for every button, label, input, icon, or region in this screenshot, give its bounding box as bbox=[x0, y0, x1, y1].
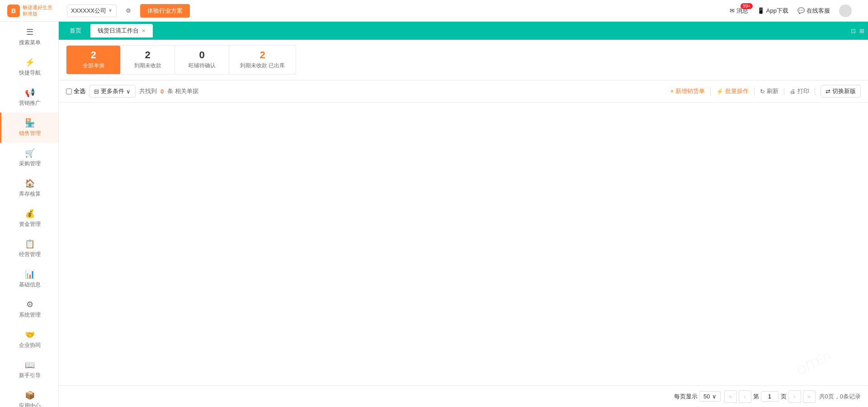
per-page-label: 每页显示 bbox=[674, 393, 698, 401]
trial-btn[interactable]: 体验行业方案 bbox=[140, 4, 190, 18]
per-page-value: 50 bbox=[703, 393, 710, 400]
operations-mgmt-icon: 📋 bbox=[25, 239, 35, 249]
tab-cash-goods-label: 钱货日清工作台 bbox=[98, 27, 139, 35]
select-all-checkbox[interactable]: 全选 bbox=[66, 87, 85, 95]
sidebar-item-label: 系统管理 bbox=[19, 311, 41, 319]
avatar[interactable] bbox=[839, 5, 852, 17]
sidebar-item-label: 企业协同 bbox=[19, 342, 41, 349]
sidebar: ☰ 搜索菜单 ⚡ 快捷导航 📢 营销推广 🏪 销售管理 🛒 采购管理 🏠 库存核… bbox=[0, 22, 59, 407]
beginner-guide-icon: 📖 bbox=[25, 360, 35, 370]
prev-page-btn[interactable]: ‹ bbox=[739, 390, 751, 403]
sidebar-item-operations-mgmt[interactable]: 📋 经营管理 bbox=[0, 234, 58, 264]
system-mgmt-icon: ⚙ bbox=[26, 299, 33, 309]
sidebar-item-sales-mgmt[interactable]: 🏪 销售管理 bbox=[0, 112, 58, 143]
batch-icon: ⚡ bbox=[716, 88, 723, 95]
sidebar-item-enterprise-coop[interactable]: 🤝 企业协同 bbox=[0, 324, 58, 355]
batch-action-btn[interactable]: ⚡ 批量操作 bbox=[716, 87, 749, 95]
header-right: ✉ 消息 99+ 📱 App下载 💬 在线客服 bbox=[730, 5, 861, 17]
sidebar-item-label: 采购管理 bbox=[19, 160, 41, 168]
sidebar-item-label: 营销推广 bbox=[19, 99, 41, 107]
sidebar-item-system-mgmt[interactable]: ⚙ 系统管理 bbox=[0, 294, 58, 324]
app-download-icon: 📱 bbox=[757, 7, 764, 14]
inventory-icon: 🏠 bbox=[25, 178, 35, 188]
window-maximize-icon[interactable]: ⊞ bbox=[859, 28, 864, 34]
company-selector[interactable]: XXXXXX公司 ▼ bbox=[67, 5, 117, 17]
stat-wangdian-count: 0 bbox=[186, 49, 218, 61]
switch-version-btn[interactable]: ⇄ 切换新版 bbox=[821, 85, 861, 98]
refresh-icon: ↻ bbox=[760, 88, 765, 95]
first-page-btn[interactable]: « bbox=[724, 390, 737, 403]
sidebar-item-label: 快捷导航 bbox=[19, 69, 41, 77]
tab-bar: 首页 钱货日清工作台 ✕ ⊡ ⊞ bbox=[59, 22, 868, 40]
app-center-icon: 📦 bbox=[25, 390, 35, 400]
capital-mgmt-icon: 💰 bbox=[25, 209, 35, 219]
last-page-btn[interactable]: » bbox=[803, 390, 816, 403]
sidebar-item-purchase-mgmt[interactable]: 🛒 采购管理 bbox=[0, 143, 58, 173]
tab-home-label: 首页 bbox=[70, 27, 81, 35]
page-end-label: 页 bbox=[781, 393, 787, 401]
found-unit: 条 相关单据 bbox=[167, 87, 198, 95]
print-btn[interactable]: 🖨 打印 bbox=[790, 87, 809, 95]
stat-all-label: 全部单据 bbox=[77, 62, 109, 70]
stat-tab-overdue-unshipped[interactable]: 2 到期未收款 已出库 bbox=[229, 46, 296, 74]
stat-unshipped-count: 2 bbox=[240, 49, 285, 61]
total-records-label: 共0页，0条记录 bbox=[819, 393, 861, 401]
switch-icon: ⇄ bbox=[826, 88, 830, 95]
sidebar-item-beginner-guide[interactable]: 📖 新手引导 bbox=[0, 355, 58, 385]
filter-icon: ⊟ bbox=[94, 88, 99, 95]
print-icon: 🖨 bbox=[790, 88, 796, 95]
toolbar: 全选 ⊟ 更多条件 ∨ 共找到 0 条 相关单据 + 新增销货单 ⚡ bbox=[59, 80, 868, 103]
tab-home[interactable]: 首页 bbox=[62, 24, 89, 37]
stat-tab-overdue-unpaid[interactable]: 2 到期未收款 bbox=[121, 46, 175, 74]
stat-overdue-count: 2 bbox=[132, 49, 164, 61]
sidebar-item-label: 资金管理 bbox=[19, 220, 41, 228]
toolbar-right: + 新增销货单 ⚡ 批量操作 ↻ 刷新 🖨 打印 bbox=[670, 85, 861, 98]
content-area: 首页 钱货日清工作台 ✕ ⊡ ⊞ 2 全部单据 bbox=[59, 22, 868, 407]
main-layout: ☰ 搜索菜单 ⚡ 快捷导航 📢 营销推广 🏪 销售管理 🛒 采购管理 🏠 库存核… bbox=[0, 22, 868, 407]
quick-nav-icon: ⚡ bbox=[25, 57, 35, 67]
message-action[interactable]: ✉ 消息 99+ bbox=[730, 7, 748, 15]
enterprise-coop-icon: 🤝 bbox=[25, 330, 35, 340]
next-page-btn[interactable]: › bbox=[788, 390, 801, 403]
app-download-label: App下载 bbox=[766, 7, 788, 15]
window-restore-icon[interactable]: ⊡ bbox=[851, 28, 856, 34]
sidebar-item-app-center[interactable]: 📦 应用中心 bbox=[0, 385, 58, 407]
logo-icon: B bbox=[7, 5, 20, 17]
tab-close-icon[interactable]: ✕ bbox=[142, 28, 146, 34]
tab-cash-goods[interactable]: 钱货日清工作台 ✕ bbox=[90, 24, 153, 37]
refresh-label: 刷新 bbox=[767, 87, 778, 95]
per-page-select[interactable]: 50 ∨ bbox=[699, 391, 720, 402]
settings-icon[interactable]: ⚙ bbox=[122, 5, 135, 17]
stat-tab-all[interactable]: 2 全部单据 bbox=[66, 46, 121, 74]
stat-all-count: 2 bbox=[77, 49, 109, 61]
sidebar-item-quick-nav[interactable]: ⚡ 快捷导航 bbox=[0, 52, 58, 82]
sidebar-item-label: 搜索菜单 bbox=[19, 39, 41, 47]
online-service-action[interactable]: 💬 在线客服 bbox=[797, 7, 830, 15]
page-size-selector: 每页显示 50 ∨ bbox=[674, 391, 720, 402]
per-page-arrow-icon: ∨ bbox=[712, 393, 717, 400]
toolbar-divider-4 bbox=[815, 88, 815, 95]
refresh-btn[interactable]: ↻ 刷新 bbox=[760, 87, 778, 95]
switch-label: 切换新版 bbox=[832, 87, 856, 95]
toolbar-divider-2 bbox=[754, 88, 755, 95]
sidebar-item-basic-info[interactable]: 📊 基础信息 bbox=[0, 264, 58, 294]
sidebar-item-marketing[interactable]: 📢 营销推广 bbox=[0, 82, 58, 112]
logo-text: 畅捷通好生意 标准版 bbox=[23, 5, 52, 16]
page-input[interactable] bbox=[761, 391, 779, 402]
sidebar-item-inventory[interactable]: 🏠 库存核算 bbox=[0, 173, 58, 203]
app-download-action[interactable]: 📱 App下载 bbox=[757, 7, 788, 15]
sidebar-item-label: 经营管理 bbox=[19, 251, 41, 258]
filter-label: 更多条件 bbox=[101, 87, 124, 95]
select-all-input[interactable] bbox=[66, 89, 72, 94]
stat-tab-wangdian[interactable]: 0 旺辅待确认 bbox=[175, 46, 229, 74]
sidebar-item-label: 销售管理 bbox=[19, 130, 41, 137]
filter-btn[interactable]: ⊟ 更多条件 ∨ bbox=[89, 85, 136, 98]
select-all-label: 全选 bbox=[74, 87, 85, 95]
sidebar-item-capital-mgmt[interactable]: 💰 资金管理 bbox=[0, 203, 58, 234]
online-service-label: 在线客服 bbox=[807, 7, 830, 15]
purchase-mgmt-icon: 🛒 bbox=[25, 148, 35, 158]
toolbar-divider-1 bbox=[710, 88, 711, 95]
add-sales-order-btn[interactable]: + 新增销货单 bbox=[670, 87, 705, 95]
stats-bar: 2 全部单据 2 到期未收款 0 旺辅待确认 2 到期未收款 已出库 bbox=[59, 40, 868, 80]
sidebar-item-search-menu[interactable]: ☰ 搜索菜单 bbox=[0, 22, 58, 52]
